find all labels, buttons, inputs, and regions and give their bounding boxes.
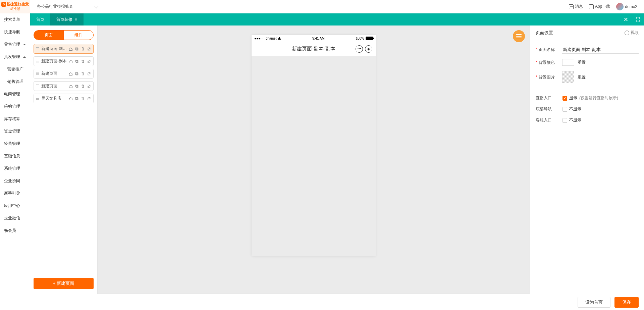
sidebar-item[interactable]: 销售管理 <box>0 75 30 88</box>
sidebar-item[interactable]: 零售管理 <box>0 38 30 51</box>
battery-icon <box>366 37 373 40</box>
home-icon[interactable] <box>68 71 73 76</box>
page-list-item[interactable]: ☰昊天文具店 <box>34 94 94 103</box>
sidebar-item[interactable]: 批发管理 <box>0 51 30 63</box>
delete-icon[interactable] <box>80 96 85 101</box>
close-all-icon[interactable] <box>620 13 632 25</box>
sidebar-item[interactable]: 畅会员 <box>0 224 30 237</box>
download-icon <box>589 4 594 9</box>
save-button[interactable]: 保存 <box>614 297 639 308</box>
message-icon <box>569 4 574 9</box>
drag-icon[interactable]: ☰ <box>36 47 39 51</box>
miniapp-menu-icon[interactable]: ••• <box>356 45 363 53</box>
drag-icon[interactable]: ☰ <box>36 59 39 63</box>
settings-panel: 页面设置 视频 *页面名称 *背景颜色重置 *背景图片重置 直播入口✓显示(仅当… <box>530 25 644 294</box>
phone-preview: ●●●○○chanjet 9:41 AM 100% 新建页面-副本-副本 •••… <box>252 35 376 256</box>
footer: 设为首页 保存 <box>30 294 644 310</box>
user-menu[interactable]: demo2 <box>616 3 637 10</box>
svg-rect-9 <box>76 98 78 100</box>
svg-rect-3 <box>76 60 78 62</box>
live-checkbox[interactable]: ✓ <box>562 96 567 101</box>
sidebar-item[interactable]: 新手引导 <box>0 187 30 200</box>
tab-bar: 首页 首页装修✕ <box>30 13 644 25</box>
bg-color-swatch[interactable] <box>562 59 574 66</box>
svg-rect-7 <box>76 85 78 87</box>
delete-icon[interactable] <box>80 47 85 51</box>
messages-link[interactable]: 消息 <box>569 4 583 9</box>
set-home-button[interactable]: 设为首页 <box>578 297 610 308</box>
copy-icon[interactable] <box>74 96 79 101</box>
page-list-panel: 页面 组件 ☰新建页面-副本...☰新建页面-副本☰新建页面☰新建页面☰昊天文具… <box>30 25 97 294</box>
copy-icon[interactable] <box>74 84 79 89</box>
sidebar-item[interactable]: 应用中心 <box>0 200 30 212</box>
topbar: b畅捷通好生意 标准版 办公品行业模拟账套 消息 App下载 demo2 <box>0 0 644 13</box>
settings-title: 页面设置 <box>536 30 553 36</box>
logo: b畅捷通好生意 标准版 <box>0 0 30 13</box>
svg-rect-0 <box>75 48 77 50</box>
account-select[interactable]: 办公品行业模拟账套 <box>30 4 104 9</box>
nav-checkbox[interactable] <box>562 107 567 112</box>
page-list-item[interactable]: ☰新建页面-副本 <box>34 56 94 66</box>
drag-icon[interactable]: ☰ <box>36 96 39 101</box>
bg-image-swatch[interactable] <box>562 71 574 83</box>
chevron-up-icon <box>23 56 26 58</box>
sidebar-item[interactable]: 快捷导航 <box>0 26 30 38</box>
fullscreen-icon[interactable] <box>632 13 644 25</box>
bg-color-reset[interactable]: 重置 <box>578 60 586 65</box>
segment-component[interactable]: 组件 <box>64 31 94 40</box>
delete-icon[interactable] <box>80 84 85 89</box>
app-download-link[interactable]: App下载 <box>589 4 610 9</box>
share-icon[interactable] <box>87 71 91 76</box>
copy-icon[interactable] <box>74 59 79 64</box>
sidebar-item[interactable]: 电商管理 <box>0 88 30 100</box>
svg-rect-2 <box>75 60 77 62</box>
share-icon[interactable] <box>87 59 91 64</box>
home-icon[interactable] <box>68 96 73 101</box>
svg-rect-6 <box>75 85 77 87</box>
video-help-link[interactable]: 视频 <box>625 30 639 36</box>
page-list-item[interactable]: ☰新建页面 <box>34 69 94 79</box>
tab-home[interactable]: 首页 <box>30 13 50 25</box>
copy-icon[interactable] <box>74 71 79 76</box>
bg-image-reset[interactable]: 重置 <box>578 74 586 80</box>
sidebar-item[interactable]: 企业微信 <box>0 212 30 224</box>
page-name-input[interactable] <box>562 46 639 54</box>
segment-control: 页面 组件 <box>34 30 94 40</box>
sidebar-item[interactable]: 基础信息 <box>0 150 30 162</box>
miniapp-close-icon[interactable]: ◉ <box>365 45 372 53</box>
sidebar-item[interactable]: 搜索菜单 <box>0 13 30 26</box>
home-icon[interactable] <box>68 47 73 51</box>
sidebar-item[interactable]: 库存核算 <box>0 113 30 125</box>
sidebar-item[interactable]: 采购管理 <box>0 100 30 113</box>
phone-status-bar: ●●●○○chanjet 9:41 AM 100% <box>252 35 376 42</box>
page-list-item[interactable]: ☰新建页面 <box>34 81 94 91</box>
drag-icon[interactable]: ☰ <box>36 84 39 88</box>
drag-icon[interactable]: ☰ <box>36 71 39 76</box>
tab-page-editor[interactable]: 首页装修✕ <box>50 13 84 25</box>
phone-body[interactable] <box>252 56 376 256</box>
sidebar: 搜索菜单快捷导航零售管理批发管理营销推广销售管理电商管理采购管理库存核算资金管理… <box>0 13 30 310</box>
page-list-item[interactable]: ☰新建页面-副本... <box>34 44 94 54</box>
share-icon[interactable] <box>87 84 91 89</box>
home-icon[interactable] <box>68 59 73 64</box>
delete-icon[interactable] <box>80 71 85 76</box>
new-page-button[interactable]: + 新建页面 <box>34 278 94 289</box>
sidebar-item[interactable]: 营销推广 <box>0 63 30 75</box>
close-icon[interactable]: ✕ <box>74 17 77 22</box>
segment-page[interactable]: 页面 <box>34 31 64 40</box>
sidebar-item[interactable]: 经营管理 <box>0 138 30 150</box>
sidebar-item[interactable]: 系统管理 <box>0 162 30 175</box>
svg-rect-5 <box>76 73 78 75</box>
sidebar-item[interactable]: 企业协同 <box>0 175 30 187</box>
phone-title-bar: 新建页面-副本-副本 ••• ◉ <box>252 42 376 56</box>
svg-rect-4 <box>75 72 77 74</box>
sidebar-item[interactable]: 资金管理 <box>0 125 30 138</box>
service-checkbox[interactable] <box>562 118 567 123</box>
copy-icon[interactable] <box>74 47 79 51</box>
chevron-down-icon <box>23 44 26 45</box>
share-icon[interactable] <box>87 96 91 101</box>
canvas-menu-fab[interactable] <box>513 30 525 42</box>
home-icon[interactable] <box>68 84 73 89</box>
share-icon[interactable] <box>87 47 91 51</box>
delete-icon[interactable] <box>80 59 85 64</box>
